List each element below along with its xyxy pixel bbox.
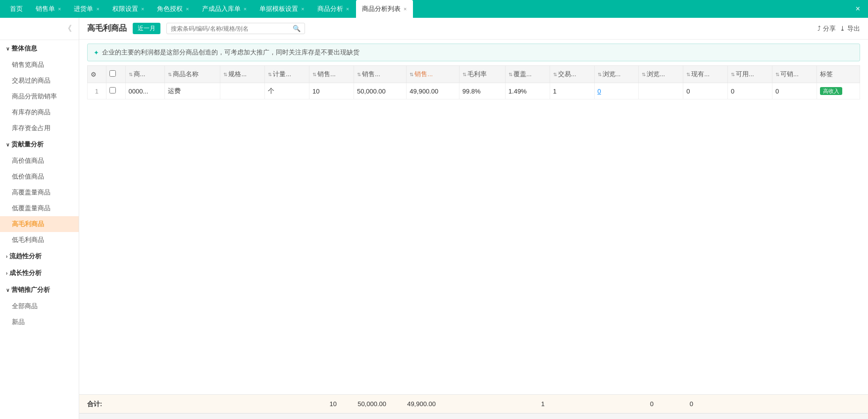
close-icon[interactable]: × xyxy=(244,6,247,12)
sidebar-item-sales-overview[interactable]: 销售览商品 xyxy=(0,57,79,73)
row-spec xyxy=(220,83,265,99)
nav-tab-home[interactable]: 首页 xyxy=(4,0,29,18)
close-icon[interactable]: × xyxy=(301,6,304,12)
chevron-right-icon: › xyxy=(6,271,7,276)
footer-available: 0 xyxy=(657,400,696,408)
row-gross-margin: 99.8% xyxy=(459,83,505,99)
row-transaction: 1 xyxy=(550,83,594,99)
close-icon[interactable]: × xyxy=(141,6,144,12)
col-unit: ⇅计量... xyxy=(265,66,309,83)
row-tag: 高收入 xyxy=(817,83,860,99)
sidebar-item-new-products[interactable]: 新品 xyxy=(0,314,79,330)
table-footer: 合计: 10 50,000.00 49,900.00 1 0 0 xyxy=(79,394,868,413)
col-saleable: ⇅可销... xyxy=(772,66,817,83)
footer-sales-amount: 50,000.00 xyxy=(340,400,389,408)
footer-spacer7 xyxy=(473,400,508,408)
main-layout: 《 ∨ 整体信息 销售览商品 交易过的商品 商品分营助销率 有库存的商品 库存资… xyxy=(0,18,868,419)
footer-cells: 10 50,000.00 49,900.00 1 0 0 xyxy=(117,400,860,408)
close-icon[interactable]: × xyxy=(404,6,407,12)
nav-tab-analysis-list[interactable]: 商品分析列表 × xyxy=(356,0,412,18)
select-all-checkbox[interactable] xyxy=(109,70,116,77)
search-icon[interactable]: 🔍 xyxy=(293,25,301,32)
sidebar-item-sell-rate[interactable]: 商品分营助销率 xyxy=(0,89,79,104)
row-checkbox[interactable] xyxy=(106,83,125,99)
search-input[interactable] xyxy=(171,25,291,32)
sidebar-item-high-coverage[interactable]: 高覆盖量商品 xyxy=(0,185,79,200)
footer-transaction: 1 xyxy=(508,400,548,408)
nav-tab-inbound[interactable]: 产成品入库单 × xyxy=(196,0,253,18)
nav-tab-template[interactable]: 单据模板设置 × xyxy=(254,0,310,18)
footer-spacer xyxy=(117,400,147,408)
col-sales-qty: ⇅销售... xyxy=(309,66,354,83)
row-sales-amount: 50,000.00 xyxy=(354,83,406,99)
footer-sales-qty: 10 xyxy=(300,400,340,408)
sidebar-item-stock-capital[interactable]: 库存资金占用 xyxy=(0,120,79,136)
sidebar-collapse-btn[interactable]: 《 xyxy=(61,20,75,38)
sidebar-group-growth[interactable]: › 成长性分析 xyxy=(0,265,79,281)
nav-tab-permission[interactable]: 权限设置 × xyxy=(106,0,150,18)
footer-sales-profit: 49,900.00 xyxy=(389,400,439,408)
row-saleable: 0 xyxy=(772,83,817,99)
sidebar-item-traded[interactable]: 交易过的商品 xyxy=(0,73,79,89)
sidebar-item-low-coverage[interactable]: 低覆盖量商品 xyxy=(0,200,79,216)
footer-spacer9 xyxy=(582,400,617,408)
close-icon[interactable]: × xyxy=(96,6,99,12)
close-icon[interactable]: × xyxy=(346,6,349,12)
col-browse1: ⇅浏览... xyxy=(594,66,639,83)
products-table: ⚙ ⇅商... ⇅商品名称 ⇅规格... ⇅计量... ⇅销售... ⇅销售..… xyxy=(87,65,860,99)
sidebar-group-trend[interactable]: › 流趋性分析 xyxy=(0,248,79,265)
export-button[interactable]: ⤓ 导出 xyxy=(840,24,860,33)
row-coverage: 1.49% xyxy=(505,83,550,99)
row-browse1[interactable]: 0 xyxy=(594,83,639,99)
tag-badge: 高收入 xyxy=(820,87,842,95)
sidebar-group-marketing[interactable]: ∨ 营销推广分析 xyxy=(0,281,79,298)
content-header: 高毛利商品 近一月 🔍 ⤴ 分享 ⤓ 导出 xyxy=(79,18,868,40)
time-filter-button[interactable]: 近一月 xyxy=(133,23,160,34)
row-unit: 个 xyxy=(265,83,309,99)
nav-tab-role[interactable]: 角色授权 × xyxy=(151,0,195,18)
col-current-stock: ⇅现有... xyxy=(683,66,728,83)
sidebar-item-low-margin[interactable]: 低毛利商品 xyxy=(0,232,79,248)
footer-spacer3 xyxy=(176,400,236,408)
sidebar-item-all-products[interactable]: 全部商品 xyxy=(0,298,79,314)
footer-spacer2 xyxy=(147,400,176,408)
search-box: 🔍 xyxy=(166,23,305,34)
window-close-button[interactable]: × xyxy=(852,2,864,15)
col-code: ⇅商... xyxy=(125,66,164,83)
col-gross-margin: ⇅毛利率 xyxy=(459,66,505,83)
footer-spacer6 xyxy=(439,400,473,408)
sidebar-item-in-stock[interactable]: 有库存的商品 xyxy=(0,104,79,120)
chevron-down-icon: ∨ xyxy=(6,287,9,293)
content-area: 高毛利商品 近一月 🔍 ⤴ 分享 ⤓ 导出 ✦ 企业的主要的利润都是这部分商品创… xyxy=(79,18,868,419)
sidebar-group-overall[interactable]: ∨ 整体信息 xyxy=(0,40,79,57)
col-browse2: ⇅浏览... xyxy=(639,66,683,83)
footer-spacer5 xyxy=(275,400,300,408)
close-icon[interactable]: × xyxy=(186,6,189,12)
sidebar-item-high-margin[interactable]: 高毛利商品 xyxy=(0,216,79,232)
nav-tab-analysis[interactable]: 商品分析 × xyxy=(311,0,355,18)
footer-label: 合计: xyxy=(87,400,117,409)
footer-spacer4 xyxy=(236,400,275,408)
footer-current-stock: 0 xyxy=(617,400,657,408)
col-coverage: ⇅覆盖... xyxy=(505,66,550,83)
col-tag: 标签 xyxy=(817,66,860,83)
chevron-down-icon: ∨ xyxy=(6,46,9,51)
horizontal-scrollbar[interactable] xyxy=(79,413,868,419)
info-icon: ✦ xyxy=(94,49,99,56)
export-icon: ⤓ xyxy=(840,25,845,32)
sidebar-item-low-value[interactable]: 低价值商品 xyxy=(0,169,79,185)
table-row: 1 0000... 运费 个 10 50,000.00 49,900.00 99… xyxy=(88,83,860,99)
page-title: 高毛利商品 xyxy=(87,23,127,34)
sidebar-item-high-value[interactable]: 高价值商品 xyxy=(0,153,79,169)
sidebar-group-contribution[interactable]: ∨ 贡献量分析 xyxy=(0,136,79,153)
info-banner: ✦ 企业的主要的利润都是这部分商品创造的，可考虑加大推广，同时关注库存是不要出现… xyxy=(87,44,860,61)
col-name: ⇅商品名称 xyxy=(164,66,220,83)
nav-tab-purchase[interactable]: 进货单 × xyxy=(68,0,105,18)
col-checkbox[interactable] xyxy=(106,66,125,83)
row-name: 运费 xyxy=(164,83,220,99)
col-settings[interactable]: ⚙ xyxy=(88,66,106,83)
row-number: 1 xyxy=(88,83,106,99)
close-icon[interactable]: × xyxy=(58,6,61,12)
nav-tab-sales[interactable]: 销售单 × xyxy=(30,0,67,18)
share-button[interactable]: ⤴ 分享 xyxy=(817,24,836,33)
